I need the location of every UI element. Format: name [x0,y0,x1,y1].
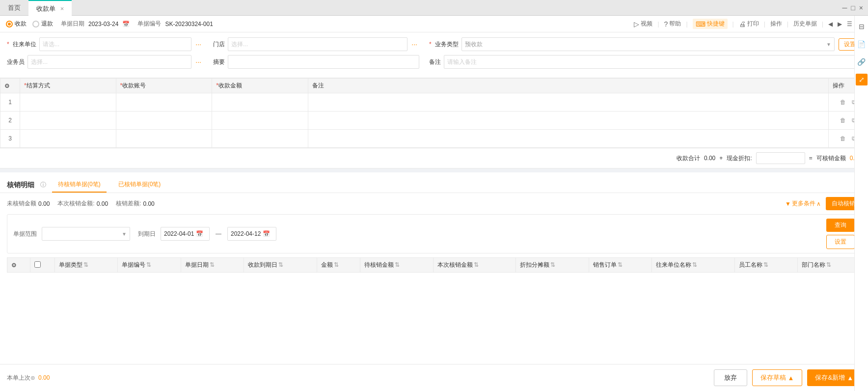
counterpart-more-btn[interactable]: ··· [193,40,203,48]
bt-header-due-date: 收款到期日⇅ [244,258,317,273]
hexiao-settings-btn[interactable]: 设置 [826,235,855,249]
counterpart-field: * 往来单位 请选... ··· [7,37,203,51]
summary-row: 收款合计 0.00 + 现金折扣: = 可核销金额 0.00 [0,148,868,168]
table-cell-remark-2[interactable] [308,112,828,130]
select-all-checkbox[interactable] [34,261,41,268]
table-header-row: ⚙ *结算方式 *收款账号 *收款金额 备注 操作 [0,79,868,93]
tab-close-icon[interactable]: × [60,5,64,12]
hexiao-stats: 未核销金额 0.00 本次核销金额: 0.00 核销差额: 0.00 ▼ 更多条… [0,193,868,214]
radio-refund[interactable]: 退款 [32,20,53,28]
more-conditions-btn[interactable]: ▼ 更多条件 ∧ [785,199,821,208]
table-cell-settlement-1[interactable] [20,93,116,112]
table-row: 2 🗑 ⧉ [0,112,868,130]
row-delete-btn-1[interactable]: 🗑 [838,98,848,107]
query-btn[interactable]: 查询 [826,219,855,232]
table-cell-amount-1[interactable] [212,93,308,112]
help-icon: ? [664,20,668,28]
doc-info: 单据日期 2023-03-24 📅 [61,20,130,28]
sidebar-table-icon[interactable]: ⊟ [856,21,868,32]
calendar-to-icon: 📅 [263,230,270,237]
summary-input[interactable] [228,55,419,69]
tab-receipt[interactable]: 收款单 × [28,0,72,16]
remark-field: 备注 请输入备注 [429,55,861,69]
table-cell-amount-2[interactable] [212,112,308,130]
close-icon[interactable]: × [859,4,863,12]
tab-home[interactable]: 首页 [0,0,28,16]
table-header-account: *收款账号 [116,79,212,93]
salesperson-field: 业务员 选择... ··· [7,55,203,69]
filter-date-to[interactable]: 2022-04-12 📅 [227,227,276,241]
bt-header-pending: 待核销金额⇅ [360,258,434,273]
minimize-icon[interactable]: ─ [842,4,847,12]
action-help[interactable]: ? 帮助 [664,20,681,28]
stat-diff: 核销差额: 0.00 [116,199,155,208]
cash-discount-input[interactable] [756,152,805,164]
print-icon: 🖨 [739,20,746,28]
table-cell-account-2[interactable] [116,112,212,130]
hexiao-table-header: ⚙ 单据类型⇅ 单据编号⇅ 单据日期⇅ 收款到期日⇅ 金额⇅ 待核销金额⇅ 本次… [7,258,861,273]
bt-header-counterpart: 往来单位名称⇅ [652,258,735,273]
bt-header-dept: 部门名称⇅ [798,258,861,273]
hexiao-tab-done[interactable]: 已核销单据(0笔) [112,177,167,193]
action-print[interactable]: 🖨 打印 [739,20,759,28]
business-type-input[interactable]: 预收款 ▼ [461,37,835,51]
store-more-btn[interactable]: ··· [409,40,419,48]
action-history[interactable]: 历史单据 [793,20,817,28]
doc-num-info: 单据编号 SK-20230324-001 [137,20,213,28]
radio-dot-refund [32,21,39,28]
table-cell-amount-3[interactable] [212,130,308,148]
keyboard-icon: ⌨ [696,20,705,28]
hexiao-tab-pending[interactable]: 待核销单据(0笔) [52,177,107,193]
row-delete-btn-2[interactable]: 🗑 [838,116,848,125]
radio-group: 收款 退款 [6,20,53,28]
calendar-icon[interactable]: 📅 [122,21,130,28]
bottom-table-wrap: ⚙ 单据类型⇅ 单据编号⇅ 单据日期⇅ 收款到期日⇅ 金额⇅ 待核销金额⇅ 本次… [0,257,868,364]
filter-date-from[interactable]: 2022-04-01 📅 [161,227,210,241]
action-shortcut[interactable]: ⌨ 快捷键 [693,19,728,29]
salesperson-input[interactable]: 选择... [27,55,191,69]
sidebar-expand-icon[interactable]: ⤢ [856,74,868,85]
bt-header-setting[interactable]: ⚙ [7,258,30,273]
action-list[interactable]: ☰ [847,21,852,28]
bt-header-discount: 折扣分摊额⇅ [516,258,589,273]
table-cell-settlement-3[interactable] [20,130,116,148]
counterpart-input[interactable]: 请选... [39,37,191,51]
row-delete-btn-3[interactable]: 🗑 [838,134,848,143]
sidebar-link-icon[interactable]: 🔗 [856,56,868,68]
hexiao-info-icon[interactable]: ⓘ [40,181,46,189]
filter-range-select[interactable]: ▼ [42,227,130,241]
table-cell-remark-3[interactable] [308,130,828,148]
stat-unpaid: 未核销金额 0.00 [7,199,50,208]
action-prev[interactable]: ◀ [828,21,833,28]
salesperson-more-btn[interactable]: ··· [193,58,203,66]
store-input[interactable]: 选择... [228,37,407,51]
table-header-setting[interactable]: ⚙ [0,79,20,93]
maximize-icon[interactable]: □ [851,4,855,12]
table-row: 1 🗑 ⧉ [0,93,868,112]
table-cell-account-3[interactable] [116,130,212,148]
action-operation[interactable]: 操作 [770,20,782,28]
receipt-table: ⚙ *结算方式 *收款账号 *收款金额 备注 操作 1 🗑 [0,78,868,148]
main-container: 收款 退款 单据日期 2023-03-24 📅 单据编号 SK-20230324… [0,16,868,391]
action-next[interactable]: ▶ [838,21,842,28]
dropdown-icon: ▼ [122,231,127,237]
table-cell-account-1[interactable] [116,93,212,112]
bt-header-checkbox[interactable] [30,258,54,273]
sidebar-doc-icon[interactable]: 📄 [856,38,868,50]
bt-header-this-time: 本次核销金额⇅ [433,258,516,273]
store-field: 门店 选择... ··· [213,37,419,51]
table-cell-settlement-2[interactable] [20,112,116,130]
bt-header-doc-date: 单据日期⇅ [181,258,244,273]
remark-input[interactable]: 请输入备注 [444,55,861,69]
summary-field: 摘要 [213,55,419,69]
filter-icon: ▼ [785,200,791,207]
business-type-field: * 业务类型 预收款 ▼ 设置 [429,37,861,51]
save-new-dropdown-icon: ▲ [847,374,853,382]
abandon-btn[interactable]: 放弃 [714,369,747,386]
toolbar-actions: ▷ 视频 | ? 帮助 | ⌨ 快捷键 | 🖨 打印 | 操作 | [634,19,862,29]
draft-btn[interactable]: 保存草稿 ▲ [752,369,803,386]
action-video[interactable]: ▷ 视频 [634,20,652,28]
save-new-btn[interactable]: 保存&新增 ▲ [807,369,861,386]
table-cell-remark-1[interactable] [308,93,828,112]
radio-collect[interactable]: 收款 [6,20,27,28]
